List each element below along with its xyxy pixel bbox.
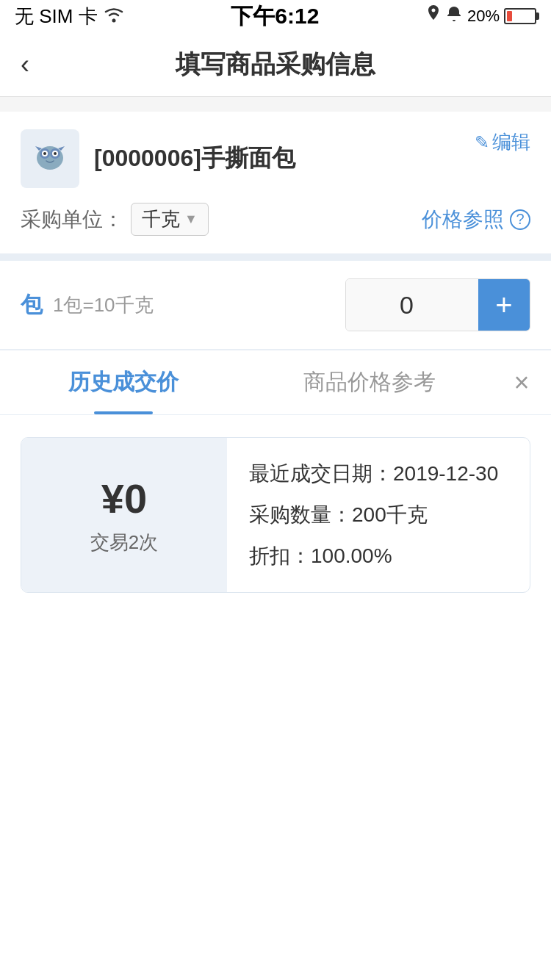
history-price-left: ¥0 交易2次 — [21, 438, 227, 592]
quantity-row: 包 1包=10千克 + — [0, 261, 551, 349]
product-name: [0000006]手撕面包 — [94, 143, 295, 175]
svg-point-7 — [54, 152, 57, 155]
section-divider — [0, 253, 551, 261]
purchase-quantity-value: 200千克 — [352, 503, 428, 526]
tab-price-reference[interactable]: 商品价格参考 — [246, 350, 492, 414]
price-ref-label: 价格参照 — [422, 206, 504, 234]
tab-history-price-label: 历史成交价 — [68, 367, 179, 397]
product-card: [0000006]手撕面包 ✎ 编辑 采购单位： 千克 ▼ 价格参照 ? — [0, 112, 551, 253]
price-number: 0 — [124, 475, 147, 522]
svg-point-6 — [43, 152, 46, 155]
product-logo-icon — [32, 137, 68, 181]
nav-bar: ‹ 填写商品采购信息 — [0, 32, 551, 97]
quantity-input[interactable] — [346, 279, 478, 331]
help-icon: ? — [510, 209, 530, 230]
bottom-panel: 历史成交价 商品价格参考 × ¥0 交易2次 最近成交日期：2019-12-30… — [0, 349, 551, 615]
battery-icon — [504, 8, 536, 24]
carrier-text: 无 SIM 卡 — [15, 4, 98, 29]
recent-date-label: 最近成交日期： — [249, 462, 393, 485]
history-price-right: 最近成交日期：2019-12-30 采购数量：200千克 折扣：100.00% — [227, 438, 530, 592]
purchase-quantity-row: 采购数量：200千克 — [249, 501, 508, 529]
unit-select[interactable]: 千克 ▼ — [131, 203, 209, 236]
product-left: [0000006]手撕面包 — [21, 129, 295, 188]
product-header: [0000006]手撕面包 ✎ 编辑 — [21, 129, 530, 188]
recent-date-value: 2019-12-30 — [393, 462, 498, 485]
tab-history-price[interactable]: 历史成交价 — [0, 350, 246, 414]
tab-price-reference-label: 商品价格参考 — [303, 367, 436, 397]
quantity-left: 包 1包=10千克 — [21, 290, 154, 320]
discount-label: 折扣： — [249, 544, 311, 567]
svg-point-1 — [37, 146, 63, 170]
discount-value: 100.00% — [311, 544, 392, 567]
battery-percentage: 20% — [467, 7, 500, 26]
quantity-control: + — [345, 278, 530, 331]
tab-content: ¥0 交易2次 最近成交日期：2019-12-30 采购数量：200千克 折扣：… — [0, 415, 551, 615]
package-conversion: 1包=10千克 — [53, 292, 154, 318]
unit-value: 千克 — [142, 206, 180, 232]
package-unit-label: 包 — [21, 290, 43, 320]
status-bar: 无 SIM 卡 下午6:12 20% — [0, 0, 551, 32]
recent-date-row: 最近成交日期：2019-12-30 — [249, 460, 508, 488]
panel-close-button[interactable]: × — [492, 367, 551, 398]
history-price-value: ¥0 — [101, 475, 147, 522]
product-thumbnail — [21, 129, 79, 188]
status-left: 无 SIM 卡 — [15, 4, 124, 29]
history-price-card: ¥0 交易2次 最近成交日期：2019-12-30 采购数量：200千克 折扣：… — [21, 437, 530, 593]
quantity-plus-button[interactable]: + — [478, 279, 530, 331]
alarm-icon — [445, 5, 463, 27]
time-display: 下午6:12 — [231, 1, 319, 32]
product-unit-row: 采购单位： 千克 ▼ 价格参照 ? — [21, 203, 530, 236]
discount-row: 折扣：100.00% — [249, 542, 508, 570]
purchase-quantity-label: 采购数量： — [249, 503, 352, 526]
edit-button[interactable]: ✎ 编辑 — [475, 129, 530, 155]
chevron-down-icon: ▼ — [184, 212, 198, 227]
unit-label: 采购单位： — [21, 206, 123, 234]
price-reference-button[interactable]: 价格参照 ? — [422, 206, 530, 234]
tab-bar: 历史成交价 商品价格参考 × — [0, 350, 551, 415]
location-icon — [426, 5, 441, 27]
status-right: 20% — [426, 5, 536, 27]
page-background — [0, 615, 551, 980]
edit-label: 编辑 — [492, 129, 530, 155]
edit-icon: ✎ — [475, 132, 489, 153]
back-button[interactable]: ‹ — [21, 49, 29, 80]
svg-point-0 — [112, 18, 115, 22]
wifi-icon — [104, 5, 124, 28]
currency-symbol: ¥ — [101, 475, 124, 522]
page-title: 填写商品采购信息 — [176, 48, 375, 82]
close-icon: × — [514, 367, 529, 398]
transaction-count: 交易2次 — [90, 530, 158, 555]
